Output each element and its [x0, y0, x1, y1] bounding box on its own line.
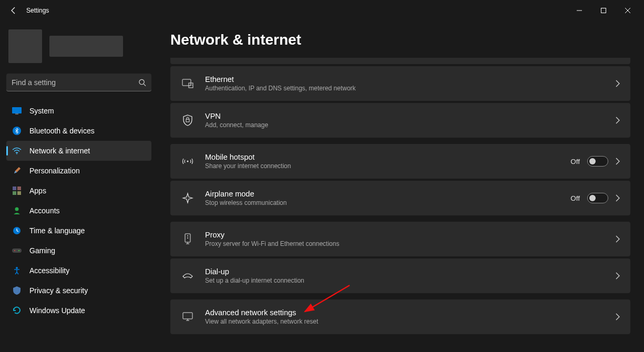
svg-point-5	[16, 153, 17, 154]
airplane-icon	[181, 191, 195, 205]
minimize-button[interactable]	[567, 2, 591, 19]
svg-rect-23	[183, 313, 192, 319]
update-icon	[12, 305, 22, 316]
card-title: Proxy	[205, 231, 616, 239]
avatar	[8, 29, 42, 63]
sidebar-item-label: Windows Update	[29, 306, 85, 315]
chevron-right-icon	[616, 80, 620, 87]
sidebar-item-accessibility[interactable]: Accessibility	[6, 261, 151, 281]
accessibility-icon	[12, 265, 22, 276]
svg-point-15	[16, 267, 18, 269]
card-vpn[interactable]: VPN Add, connect, manage	[170, 103, 630, 138]
card-ethernet[interactable]: Ethernet Authentication, IP and DNS sett…	[170, 66, 630, 101]
sidebar-item-label: Personalization	[29, 167, 80, 175]
card-dialup[interactable]: Dial-up Set up a dial-up internet connec…	[170, 258, 630, 293]
sidebar-item-label: System	[29, 107, 54, 115]
chevron-right-icon	[616, 117, 620, 124]
user-block[interactable]	[6, 26, 151, 74]
maximize-button[interactable]	[591, 2, 616, 19]
chevron-right-icon	[616, 158, 620, 165]
sidebar-item-label: Accounts	[29, 206, 60, 215]
phone-icon	[181, 269, 195, 283]
svg-rect-3	[15, 113, 18, 115]
airplane-toggle[interactable]	[587, 193, 608, 203]
sidebar-item-network[interactable]: Network & internet	[6, 141, 151, 161]
sidebar-item-label: Time & language	[29, 226, 85, 235]
page-title: Network & internet	[170, 32, 630, 48]
card-subtitle: View all network adapters, network reset	[205, 318, 616, 325]
proxy-icon	[181, 232, 195, 246]
search-input[interactable]	[6, 74, 151, 91]
paintbrush-icon	[12, 165, 22, 176]
card-title: Airplane mode	[205, 190, 570, 198]
chevron-right-icon	[616, 272, 620, 279]
bluetooth-icon	[12, 126, 22, 136]
card-title: VPN	[205, 112, 616, 120]
sidebar: System Bluetooth & devices Network & int…	[0, 21, 158, 352]
svg-rect-18	[186, 119, 189, 122]
search-icon	[138, 79, 146, 87]
svg-point-19	[187, 161, 189, 162]
card-mobile-hotspot[interactable]: Mobile hotspot Share your internet conne…	[170, 144, 630, 179]
close-button[interactable]	[616, 2, 640, 19]
svg-point-10	[15, 208, 19, 211]
computer-network-icon	[181, 310, 195, 324]
svg-rect-16	[182, 79, 191, 86]
card-title: Dial-up	[205, 267, 616, 276]
sidebar-item-gaming[interactable]: Gaming	[6, 241, 151, 261]
card-subtitle: Stop wireless communication	[205, 199, 570, 206]
user-name-redacted	[49, 36, 123, 57]
card-title: Ethernet	[205, 75, 616, 84]
sidebar-item-label: Accessibility	[29, 266, 69, 275]
card-proxy[interactable]: Proxy Proxy server for Wi-Fi and Etherne…	[170, 222, 630, 256]
svg-rect-6	[13, 187, 16, 190]
sidebar-item-label: Bluetooth & devices	[29, 127, 95, 135]
sidebar-item-apps[interactable]: Apps	[6, 181, 151, 201]
chevron-right-icon	[616, 235, 620, 243]
gamepad-icon	[12, 245, 22, 256]
sidebar-item-label: Apps	[29, 187, 46, 195]
sidebar-item-privacy[interactable]: Privacy & security	[6, 281, 151, 301]
search-box[interactable]	[6, 74, 151, 91]
toggle-label: Off	[570, 158, 580, 165]
svg-rect-7	[17, 187, 21, 190]
card-title: Mobile hotspot	[205, 153, 570, 161]
chevron-right-icon	[616, 194, 620, 202]
close-icon	[625, 8, 630, 13]
sidebar-item-bluetooth[interactable]: Bluetooth & devices	[6, 121, 151, 141]
card-subtitle: Authentication, IP and DNS settings, met…	[205, 85, 616, 92]
svg-point-14	[18, 250, 19, 251]
svg-point-13	[14, 250, 15, 251]
maximize-icon	[601, 8, 606, 13]
sidebar-item-time-language[interactable]: Time & language	[6, 221, 151, 241]
sidebar-item-windows-update[interactable]: Windows Update	[6, 301, 151, 320]
card-subtitle: Set up a dial-up internet connection	[205, 277, 616, 284]
chevron-right-icon	[616, 313, 620, 320]
card-airplane-mode[interactable]: Airplane mode Stop wireless communicatio…	[170, 181, 630, 215]
svg-rect-9	[17, 191, 21, 195]
main-content: Network & internet Ethernet Authenticati…	[158, 21, 644, 352]
svg-point-21	[187, 235, 188, 236]
card-subtitle: Proxy server for Wi-Fi and Ethernet conn…	[205, 240, 616, 247]
card-subtitle: Add, connect, manage	[205, 121, 616, 129]
clock-globe-icon	[12, 225, 22, 236]
svg-point-1	[139, 79, 144, 84]
hotspot-icon	[181, 154, 195, 168]
sidebar-item-label: Privacy & security	[29, 286, 88, 295]
sidebar-item-system[interactable]: System	[6, 101, 151, 121]
shield-lock-icon	[181, 113, 195, 127]
minimize-icon	[577, 8, 582, 13]
card-subtitle: Share your internet connection	[205, 162, 570, 170]
shield-icon	[12, 285, 22, 296]
sidebar-item-label: Gaming	[29, 246, 55, 255]
card-partial-top	[170, 58, 630, 64]
hotspot-toggle[interactable]	[587, 156, 608, 167]
sidebar-item-personalization[interactable]: Personalization	[6, 161, 151, 181]
card-advanced-network[interactable]: Advanced network settings View all netwo…	[170, 299, 630, 334]
sidebar-item-accounts[interactable]: Accounts	[6, 201, 151, 221]
wifi-icon	[12, 146, 22, 156]
back-button[interactable]	[8, 5, 19, 16]
toggle-label: Off	[570, 194, 580, 202]
svg-point-22	[187, 237, 188, 239]
titlebar: Settings	[0, 0, 644, 21]
